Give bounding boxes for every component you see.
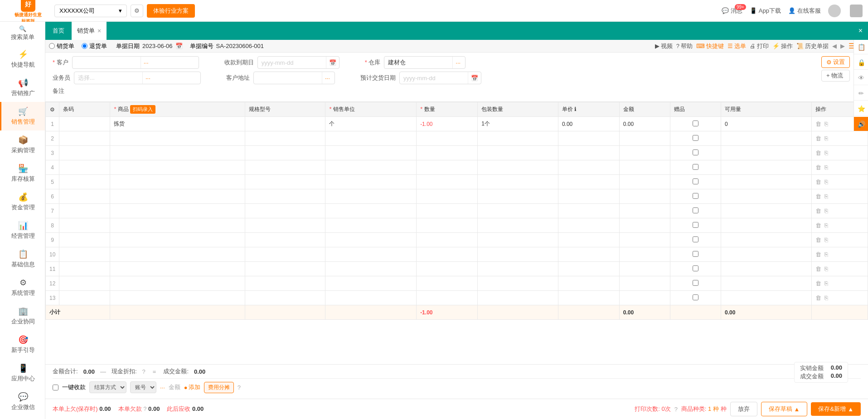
cell-pack-qty[interactable]	[478, 160, 558, 175]
cell-unit-price[interactable]	[558, 160, 619, 175]
cell-product[interactable]	[110, 262, 245, 276]
cell-qty[interactable]	[417, 131, 478, 146]
cell-qty[interactable]	[417, 262, 478, 276]
delete-row-button[interactable]: 🗑	[815, 207, 821, 214]
cell-spec[interactable]	[245, 117, 325, 131]
add-payment-button[interactable]: ● 添加	[184, 383, 200, 391]
cell-qty[interactable]	[417, 204, 478, 218]
one-click-pay-checkbox[interactable]	[53, 385, 58, 390]
warehouse-dots-icon[interactable]: ···	[452, 57, 463, 68]
copy-row-button[interactable]: ⎘	[824, 120, 828, 127]
next-button[interactable]: ▶	[840, 43, 845, 49]
cell-pack-qty[interactable]	[478, 233, 558, 247]
amount-dots-icon[interactable]: ···	[160, 384, 165, 391]
cell-spec[interactable]	[245, 175, 325, 189]
right-tool-orange[interactable]: 🔊	[854, 117, 868, 131]
cell-qty[interactable]	[417, 218, 478, 233]
cell-qty[interactable]	[417, 233, 478, 247]
addr-dots-icon[interactable]: ···	[322, 72, 333, 84]
operate-button[interactable]: ⚡ 操作	[772, 42, 793, 50]
delete-row-button[interactable]: 🗑	[815, 222, 821, 229]
cell-product[interactable]	[110, 218, 245, 233]
save-new-button[interactable]: 保存&新增 ▲	[811, 402, 861, 416]
cell-gift[interactable]	[670, 218, 721, 233]
payment-date-field[interactable]: yyyy-mm-dd 📅	[257, 56, 339, 69]
cell-qty[interactable]	[417, 276, 478, 291]
cell-barcode[interactable]	[59, 276, 110, 291]
cell-amount[interactable]	[619, 160, 670, 175]
delete-row-button[interactable]: 🗑	[815, 294, 821, 301]
tip-icon2[interactable]: ?	[143, 405, 146, 412]
cell-product[interactable]	[110, 131, 245, 146]
cell-qty[interactable]	[417, 146, 478, 160]
sidebar-item-members[interactable]: 👑 畅会员	[0, 416, 45, 419]
select-order-button[interactable]: ☰ 选单	[727, 42, 746, 50]
cell-barcode[interactable]	[59, 160, 110, 175]
save-draft-button[interactable]: 保存草稿 ▲	[761, 402, 808, 416]
cell-unit[interactable]	[325, 233, 417, 247]
cell-barcode[interactable]	[59, 175, 110, 189]
right-tool-eye[interactable]: 👁	[854, 71, 868, 85]
fee-split-button[interactable]: 费用分摊	[204, 382, 234, 393]
fee-tip-icon[interactable]: ?	[238, 384, 241, 391]
right-tool-lock[interactable]: 🔒	[854, 55, 868, 70]
cell-product[interactable]	[110, 204, 245, 218]
cell-unit[interactable]	[325, 276, 417, 291]
avatar[interactable]	[828, 5, 841, 17]
cell-unit-price[interactable]	[558, 204, 619, 218]
cell-barcode[interactable]	[59, 262, 110, 276]
cell-spec[interactable]	[245, 276, 325, 291]
right-tool-star[interactable]: ⭐	[854, 101, 868, 116]
delete-row-button[interactable]: 🗑	[815, 120, 821, 127]
company-selector[interactable]: XXXXXX公司 ▾	[54, 5, 127, 17]
copy-row-button[interactable]: ⎘	[824, 135, 828, 142]
cell-barcode[interactable]	[59, 189, 110, 204]
return-order-radio[interactable]: 退货单	[82, 42, 107, 50]
cell-gift[interactable]	[670, 204, 721, 218]
settings-gear-button[interactable]: ⚙	[131, 5, 143, 17]
avatar-extra[interactable]	[850, 5, 863, 17]
cell-spec[interactable]	[245, 233, 325, 247]
cell-unit[interactable]	[325, 160, 417, 175]
cell-pack-qty[interactable]: 1个	[478, 117, 558, 131]
right-tool-edit[interactable]: ✏	[854, 86, 868, 101]
delete-row-button[interactable]: 🗑	[815, 164, 821, 171]
copy-row-button[interactable]: ⎘	[824, 164, 828, 171]
cell-pack-qty[interactable]	[478, 131, 558, 146]
tab-home[interactable]: 首页	[45, 22, 72, 40]
trial-button[interactable]: 体验行业方案	[147, 4, 195, 18]
cell-amount[interactable]	[619, 218, 670, 233]
cell-pack-qty[interactable]	[478, 276, 558, 291]
customer-addr-field[interactable]: ···	[253, 72, 335, 84]
cell-barcode[interactable]	[59, 131, 110, 146]
cell-spec[interactable]	[245, 146, 325, 160]
cell-barcode[interactable]	[59, 146, 110, 160]
cell-product[interactable]: 拣货	[110, 117, 245, 131]
cell-unit-price[interactable]	[558, 175, 619, 189]
copy-row-button[interactable]: ⎘	[824, 149, 828, 156]
cell-unit-price[interactable]	[558, 291, 619, 305]
cell-spec[interactable]	[245, 160, 325, 175]
cell-gift[interactable]	[670, 189, 721, 204]
shortcut-button[interactable]: ⌨ 快捷键	[696, 42, 724, 50]
cell-amount[interactable]	[619, 233, 670, 247]
cell-pack-qty[interactable]	[478, 218, 558, 233]
cell-unit-price[interactable]	[558, 247, 619, 262]
cell-gift[interactable]	[670, 146, 721, 160]
setup-button[interactable]: ⚙ 设置	[821, 56, 850, 68]
discount-tip-icon[interactable]: ?	[142, 368, 145, 375]
copy-row-button[interactable]: ⎘	[824, 294, 828, 301]
cell-amount[interactable]	[619, 189, 670, 204]
cell-gift[interactable]	[670, 160, 721, 175]
cell-product[interactable]	[110, 160, 245, 175]
sidebar-item-quick-nav[interactable]: ⚡ 快捷导航	[0, 45, 45, 73]
cell-barcode[interactable]	[59, 247, 110, 262]
salesperson-dots-icon[interactable]: ···	[142, 72, 153, 84]
sidebar-item-app-center[interactable]: 📱 应用中心	[0, 359, 45, 387]
cell-product[interactable]	[110, 276, 245, 291]
sidebar-item-operations[interactable]: 📊 经营管理	[0, 216, 45, 245]
cell-amount[interactable]	[619, 175, 670, 189]
tab-close-button[interactable]: ×	[97, 27, 101, 34]
prev-button[interactable]: ◀	[832, 43, 837, 49]
right-tool-clipboard[interactable]: 📋	[854, 40, 868, 54]
